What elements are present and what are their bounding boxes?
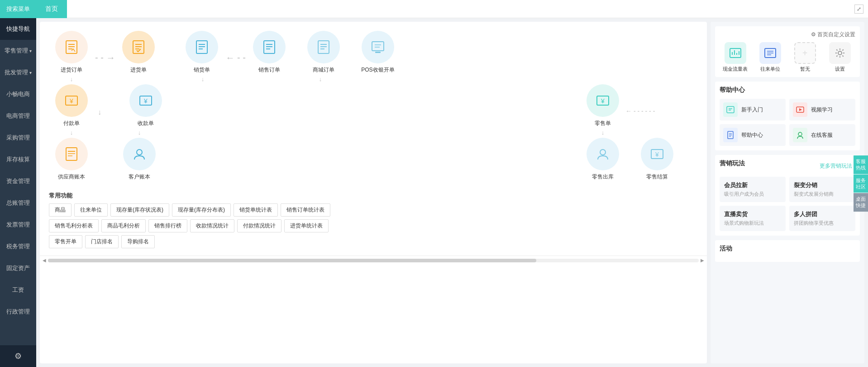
retail-out-icon [587, 138, 619, 170]
marketing-title: 营销玩法 [720, 159, 745, 168]
float-btn-community[interactable]: 服务社区 [854, 174, 868, 193]
btn-sales-order-stat[interactable]: 销售订单统计表 [281, 203, 330, 217]
btn-sales-rank[interactable]: 销售排行榜 [148, 219, 187, 232]
btn-sales-profit[interactable]: 销售毛利分析表 [49, 219, 99, 232]
btn-stock-dist[interactable]: 现存量(库存分布表) [172, 203, 231, 217]
func-buttons-row2: 销售毛利分析表 商品毛利分析 销售排行榜 收款情况统计 付款情况统计 进货单统计… [49, 219, 698, 232]
common-func-title: 常用功能 [49, 192, 698, 200]
node-retail-out[interactable]: 零售出库 [580, 138, 625, 181]
node-payment[interactable]: ¥ 付款单 [49, 84, 94, 127]
help-item-chat[interactable]: 在线客服 [789, 124, 855, 146]
arrow-right-pay: ↓ [94, 108, 105, 116]
sidebar-item-ledger[interactable]: 总账管理 [0, 192, 36, 214]
node-purchase-order[interactable]: 进货订单 [49, 31, 94, 74]
node-pos[interactable]: POS收银开单 [355, 31, 401, 74]
node-customer-account[interactable]: 客户账本 [117, 138, 162, 181]
settings-quick-icon [829, 42, 851, 64]
node-retail-bill[interactable]: ¥ 零售单 [580, 84, 625, 127]
marketing-item-group[interactable]: 多人拼团 拼团购物享受优惠 [789, 206, 855, 231]
svg-rect-48 [727, 106, 734, 113]
tab-home[interactable]: 首页 [36, 0, 67, 18]
dropdown-arrow: ▾ [29, 48, 32, 53]
help-doc-icon [723, 128, 738, 142]
arrow-down-sales-bill: ↓ [180, 76, 225, 82]
sidebar-item-ecom[interactable]: 电商管理 [0, 105, 36, 127]
sidebar-item-finance[interactable]: 资金管理 [0, 170, 36, 192]
btn-store-rank[interactable]: 门店排名 [85, 235, 119, 248]
btn-retail-order[interactable]: 零售开单 [49, 235, 82, 248]
svg-point-57 [798, 132, 802, 136]
quick-icon-settings[interactable]: 设置 [824, 42, 855, 72]
scroll-left-arrow[interactable]: ◀ [43, 258, 46, 263]
btn-receipt-stat[interactable]: 收款情况统计 [190, 219, 234, 232]
btn-guide-rank[interactable]: 导购排名 [121, 235, 155, 248]
btn-units[interactable]: 往来单位 [74, 203, 108, 217]
func-buttons-row1: 商品 往来单位 现存量(库存状况表) 现存量(库存分布表) 销货单统计表 销售订… [49, 203, 698, 217]
sidebar-item-retail[interactable]: 零售管理 ▾ [0, 40, 36, 62]
scroll-right-arrow[interactable]: ▶ [701, 258, 704, 263]
sales-order-icon [253, 31, 286, 63]
marketing-item-live[interactable]: 直播卖货 场景式购物新玩法 [720, 206, 786, 231]
sidebar-item-inventory[interactable]: 库存核算 [0, 149, 36, 170]
sidebar-item-purchase[interactable]: 采购管理 [0, 127, 36, 149]
arrow-down-receipt: ↓ [117, 129, 162, 136]
node-supplier-account[interactable]: 供应商账本 [49, 138, 94, 181]
help-item-video[interactable]: 视频学习 [789, 99, 855, 121]
help-item-beginner[interactable]: 新手入门 [720, 99, 786, 121]
svg-rect-30 [66, 148, 77, 160]
float-btn-desktop[interactable]: 桌面快捷 [854, 193, 868, 212]
node-sales-order[interactable]: 销售订单 [247, 31, 292, 74]
receipt-icon: ¥ [129, 84, 162, 117]
sales-bill-icon [186, 31, 218, 63]
pos-icon [362, 31, 394, 63]
btn-goods[interactable]: 商品 [49, 203, 72, 217]
gear-icon: ⚙ [14, 351, 22, 361]
marketing-item-member[interactable]: 会员拉新 吸引用户成为会员 [720, 177, 786, 202]
marketing-grid: 会员拉新 吸引用户成为会员 裂变分销 裂变式发展分销商 直播卖货 场景式购物新玩… [720, 177, 855, 231]
expand-icon[interactable]: ⤢ [854, 5, 863, 14]
node-receipt[interactable]: ¥ 收款单 [123, 84, 168, 127]
activity-section: 活动 [715, 240, 860, 262]
sidebar-item-assets[interactable]: 固定资产 [0, 257, 36, 279]
sidebar-item-ecom-small[interactable]: 小畅电商 [0, 83, 36, 105]
search-menu-button[interactable]: 搜索菜单 [0, 0, 36, 18]
btn-purchase-stat[interactable]: 进货单统计表 [284, 219, 329, 232]
svg-marker-52 [799, 108, 802, 111]
btn-goods-profit[interactable]: 商品毛利分析 [101, 219, 146, 232]
help-item-help[interactable]: 帮助中心 [720, 124, 786, 146]
customize-settings-link[interactable]: ⚙ 首页自定义设置 [811, 31, 855, 39]
retail-bill-icon: ¥ [587, 84, 619, 117]
node-retail-settle[interactable]: ¥ 零售结算 [634, 138, 680, 181]
common-functions: 常用功能 商品 往来单位 现存量(库存状况表) 现存量(库存分布表) 销货单统计… [40, 187, 707, 256]
more-marketing-link[interactable]: 更多营销玩法 › [820, 162, 855, 170]
node-purchase-bill[interactable]: 进货单 [116, 31, 161, 74]
btn-sales-stat[interactable]: 销货单统计表 [234, 203, 278, 217]
quick-icon-none[interactable]: + 暂无 [789, 42, 820, 72]
bottom-scrollbar: ◀ ▶ [40, 256, 707, 265]
activity-title: 活动 [720, 245, 855, 253]
quick-icon-cashflow[interactable]: 现金流量表 [720, 42, 751, 72]
quick-icon-units[interactable]: 往来单位 [754, 42, 786, 72]
quick-access-section: ⚙ 首页自定义设置 现金流量表 往 [715, 26, 860, 77]
arrow-down-mall: ↓ [298, 76, 343, 82]
sidebar-settings[interactable]: ⚙ [0, 345, 36, 367]
purchase-bill-icon [122, 31, 155, 63]
btn-stock-status[interactable]: 现存量(库存状况表) [110, 203, 169, 217]
sidebar-item-invoice[interactable]: 发票管理 [0, 214, 36, 236]
svg-rect-23 [375, 52, 381, 53]
supplier-account-icon [55, 138, 88, 170]
arrow-left-1: ← - - [224, 53, 246, 63]
sidebar-item-tax[interactable]: 税务管理 [0, 236, 36, 257]
sidebar-item-admin[interactable]: 行政管理 [0, 301, 36, 323]
sidebar-item-wholesale[interactable]: 批发管理 ▾ [0, 62, 36, 83]
scroll-track[interactable] [48, 259, 699, 262]
sidebar-item-quicknav[interactable]: 快捷导航 [0, 18, 36, 40]
units-icon [759, 42, 781, 64]
marketing-item-fission[interactable]: 裂变分销 裂变式发展分销商 [789, 177, 855, 202]
btn-payment-stat[interactable]: 付款情况统计 [237, 219, 281, 232]
float-btn-service[interactable]: 客服热线 [854, 155, 868, 174]
sidebar-item-salary[interactable]: 工资 [0, 279, 36, 301]
node-sales-bill[interactable]: 销货单 [179, 31, 224, 74]
help-section-title: 帮助中心 [720, 86, 855, 94]
node-mall-order[interactable]: 商城订单 [301, 31, 346, 74]
